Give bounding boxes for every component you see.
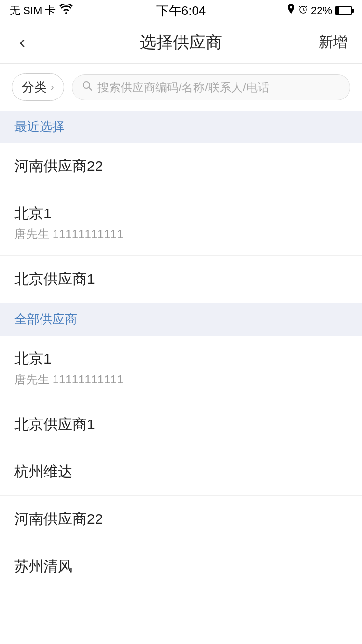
supplier-name: 杭州维达 [14, 462, 348, 482]
all-section-label: 全部供应商 [14, 312, 77, 326]
page-title: 选择供应商 [140, 31, 222, 54]
back-button[interactable]: ‹ [14, 28, 30, 57]
status-time: 下午6:04 [156, 2, 206, 19]
recent-section-label: 最近选择 [14, 119, 65, 134]
list-item[interactable]: 北京供应商1 [0, 401, 362, 448]
chevron-right-icon: › [51, 82, 54, 93]
recent-section-header: 最近选择 [0, 111, 362, 143]
supplier-name: 北京供应商1 [14, 269, 348, 289]
supplier-name: 河南供应商22 [14, 156, 348, 176]
supplier-name: 北京1 [14, 204, 348, 224]
alarm-icon [298, 4, 308, 17]
battery-icon [335, 6, 352, 15]
supplier-name: 苏州清风 [14, 557, 348, 576]
filter-bar: 分类 › 搜索供应商编码/名称/联系人/电话 [0, 64, 362, 111]
recent-items-list: 河南供应商22北京1唐先生 11111111111北京供应商1 [0, 143, 362, 303]
all-items-list: 北京1唐先生 11111111111北京供应商1杭州维达河南供应商22苏州清风 [0, 336, 362, 590]
list-item[interactable]: 北京1唐先生 11111111111 [0, 190, 362, 256]
wifi-icon [59, 4, 73, 17]
list-item[interactable]: 杭州维达 [0, 448, 362, 496]
status-bar: 无 SIM 卡 下午6:04 22% [0, 0, 362, 21]
category-label: 分类 [22, 79, 47, 96]
list-item[interactable]: 河南供应商22 [0, 496, 362, 543]
search-bar[interactable]: 搜索供应商编码/名称/联系人/电话 [72, 74, 350, 100]
supplier-name: 北京供应商1 [14, 415, 348, 434]
list-item[interactable]: 河南供应商22 [0, 143, 362, 190]
status-right: 22% [287, 4, 352, 17]
search-icon [82, 81, 93, 94]
supplier-contact: 唐先生 11111111111 [14, 372, 348, 387]
add-button[interactable]: 新增 [319, 32, 348, 52]
supplier-name: 河南供应商22 [14, 509, 348, 529]
no-sim-text: 无 SIM 卡 [10, 3, 56, 18]
all-section-header: 全部供应商 [0, 303, 362, 336]
search-placeholder: 搜索供应商编码/名称/联系人/电话 [97, 80, 269, 95]
status-left: 无 SIM 卡 [10, 3, 73, 18]
list-item[interactable]: 苏州清风 [0, 543, 362, 590]
svg-line-2 [89, 87, 92, 90]
list-item[interactable]: 北京1唐先生 11111111111 [0, 336, 362, 401]
supplier-contact: 唐先生 11111111111 [14, 226, 348, 242]
battery-text: 22% [311, 4, 332, 17]
nav-bar: ‹ 选择供应商 新增 [0, 21, 362, 64]
category-filter-button[interactable]: 分类 › [12, 73, 64, 101]
supplier-name: 北京1 [14, 349, 348, 369]
location-icon [287, 4, 295, 17]
list-item[interactable]: 北京供应商1 [0, 256, 362, 303]
